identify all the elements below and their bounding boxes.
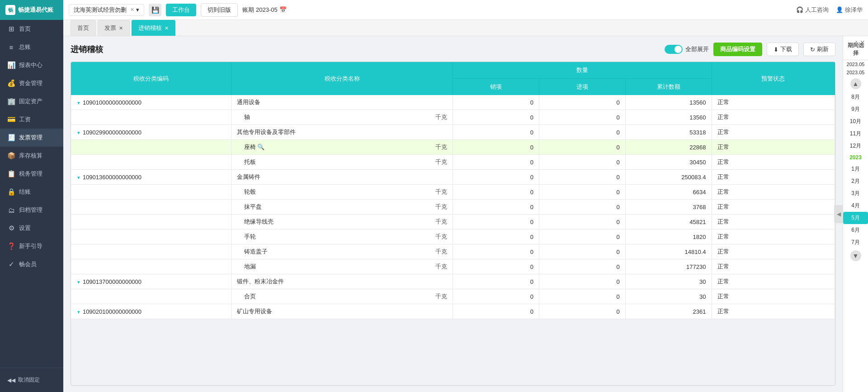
sidebar-item-member[interactable]: ✓ 畅会员 (0, 255, 63, 273)
child-name: 轴 (244, 114, 250, 120)
stock-icon: 📦 (7, 152, 15, 160)
sidebar-item-label: 归档管理 (19, 206, 42, 214)
sidebar-item-close[interactable]: 🔒 结账 (0, 183, 63, 201)
company-name: 沈海英测试经营勿删 (74, 6, 127, 14)
company-delete-icon[interactable]: ✕ (130, 7, 134, 13)
cell-name-unit: 地漏 千克 (231, 259, 453, 274)
ledger-icon: ≡ (7, 43, 15, 51)
panel-up-arrow[interactable]: ▲ (850, 78, 861, 89)
child-name: 铸造盖子 (244, 248, 268, 255)
cell-unit: 千克 (435, 203, 447, 211)
sidebar-item-guide[interactable]: ❓ 新手引导 (0, 237, 63, 255)
cell-code: ▼109029900000000000 (71, 125, 231, 140)
refresh-icon: ↻ (810, 46, 815, 53)
month-4[interactable]: 4月 (843, 200, 868, 212)
close-panel-icon[interactable]: ✕ (860, 39, 865, 46)
tab-invoice[interactable]: 发票 ✕ (98, 20, 130, 36)
cell-code (71, 259, 231, 274)
panel-down-arrow[interactable]: ▼ (850, 250, 861, 261)
sidebar-item-ledger[interactable]: ≡ 总账 (0, 38, 63, 56)
group-collapse-icon[interactable]: ▼ (76, 100, 81, 105)
sidebar-item-assets[interactable]: 🏢 固定资产 (0, 92, 63, 110)
cell-total: 3768 (625, 200, 712, 215)
reports-icon: 📊 (7, 61, 15, 69)
tab-reconcile-label: 进销稽核 (138, 24, 162, 32)
month-10[interactable]: 10月 (843, 115, 868, 128)
table-row: 托板 千克 0 0 30450 正常 (71, 155, 835, 170)
cancel-fixed-label: 取消固定 (18, 376, 40, 384)
cell-total: 6634 (625, 185, 712, 200)
sidebar-item-salary[interactable]: 💳 工资 (0, 110, 63, 129)
child-name: 轮毂 (244, 188, 256, 195)
help-label: 人工咨询 (805, 6, 829, 14)
cell-total: 14810.4 (625, 244, 712, 259)
product-code-button[interactable]: 商品编码设置 (713, 43, 762, 56)
group-collapse-icon[interactable]: ▼ (76, 130, 81, 135)
sidebar-item-invoice[interactable]: 🧾 发票管理 (0, 129, 63, 147)
month-1[interactable]: 1月 (843, 163, 868, 175)
sidebar-item-stock[interactable]: 📦 库存核算 (0, 147, 63, 165)
cell-name: 其他专用设备及零部件 (231, 125, 453, 140)
month-5-current[interactable]: 5月 (843, 212, 868, 224)
cancel-fixed-button[interactable]: ◀◀ 取消固定 (0, 373, 63, 387)
cell-purchase: 0 (539, 140, 626, 155)
panel-collapse-toggle[interactable]: ◀ (834, 205, 843, 223)
month-9[interactable]: 9月 (843, 103, 868, 115)
cell-name: 通用设备 (231, 95, 453, 110)
cell-warning: 正常 (712, 155, 835, 170)
save-icon-button[interactable]: 💾 (149, 4, 161, 16)
cell-unit: 千克 (435, 233, 447, 241)
period-label: 账期 (242, 6, 254, 14)
switch-version-button[interactable]: 切到旧版 (201, 3, 238, 17)
month-7[interactable]: 7月 (843, 236, 868, 249)
group-collapse-icon[interactable]: ▼ (76, 310, 81, 315)
month-12[interactable]: 12月 (843, 140, 868, 152)
cell-sales: 0 (453, 155, 539, 170)
cell-purchase: 0 (539, 125, 626, 140)
cell-name-unit: 托板 千克 (231, 155, 453, 170)
help-button[interactable]: 🎧 人工咨询 (796, 6, 829, 14)
expand-toggle[interactable] (665, 45, 683, 54)
month-8[interactable]: 8月 (843, 91, 868, 103)
refresh-button[interactable]: ↻ 刷新 (803, 43, 835, 56)
cell-unit: 千克 (435, 113, 447, 121)
funds-icon: 💰 (7, 79, 15, 87)
group-collapse-icon[interactable]: ▼ (76, 175, 81, 180)
group-collapse-icon[interactable]: ▼ (76, 280, 81, 285)
download-button[interactable]: ⬇ 下载 (767, 43, 799, 56)
user-menu[interactable]: 👤 徐泽华 (836, 6, 863, 14)
company-selector[interactable]: 沈海英测试经营勿删 ✕ ▾ (69, 4, 144, 16)
guide-icon: ❓ (7, 242, 15, 250)
user-icon: 👤 (836, 6, 843, 13)
tab-reconcile[interactable]: 进销稽核 ✕ (132, 20, 175, 36)
cell-name-unit: 手轮 千克 (231, 229, 453, 244)
cell-warning: 正常 (712, 140, 835, 155)
month-2[interactable]: 2月 (843, 175, 868, 187)
expand-panel-icon[interactable]: ⤢ (853, 39, 858, 46)
cell-code: ▼109013700000000000 (71, 274, 231, 289)
calendar-icon[interactable]: 📅 (279, 6, 287, 13)
child-name: 绝缘导线壳 (244, 218, 274, 225)
sidebar-item-funds[interactable]: 💰 资金管理 (0, 74, 63, 92)
month-3[interactable]: 3月 (843, 187, 868, 200)
tab-invoice-close-icon[interactable]: ✕ (119, 25, 123, 31)
company-dropdown-icon[interactable]: ▾ (136, 6, 139, 13)
tab-reconcile-close-icon[interactable]: ✕ (165, 25, 169, 31)
cell-total: 250083.4 (625, 170, 712, 185)
tab-home[interactable]: 首页 (71, 20, 96, 36)
table-row: ▼109013700000000000 锻件、粉末冶金件 0 0 30 正常 (71, 274, 835, 289)
col-tax-code: 税收分类编码 (71, 62, 231, 95)
search-icon[interactable]: 🔍 (257, 143, 264, 150)
month-6[interactable]: 6月 (843, 224, 868, 236)
month-11[interactable]: 11月 (843, 128, 868, 140)
cell-unit: 千克 (435, 188, 447, 196)
sidebar-item-archive[interactable]: 🗂 归档管理 (0, 201, 63, 219)
workspace-button[interactable]: 工作台 (166, 4, 196, 16)
sidebar-item-settings[interactable]: ⚙ 设置 (0, 219, 63, 237)
sidebar-item-reports[interactable]: 📊 报表中心 (0, 56, 63, 74)
child-name: 座椅 (244, 143, 256, 150)
sidebar-item-home[interactable]: ⊞ 首页 (0, 20, 63, 38)
cell-unit: 千克 (435, 143, 447, 151)
cell-warning: 正常 (712, 95, 835, 110)
sidebar-item-tax[interactable]: 📋 税务管理 (0, 165, 63, 183)
